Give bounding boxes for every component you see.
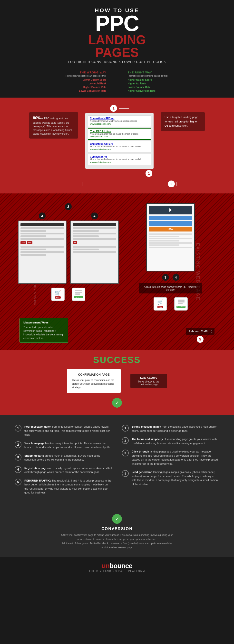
check-circle: ✓ (112, 398, 122, 408)
ad-competitor-2-title: Competitor Ad (90, 156, 149, 158)
right-text-4: Lead generation landing pages swap a giv… (132, 470, 219, 486)
ad-competitor-ppc-title: Competitor's PPC Ad (90, 117, 149, 120)
rebound-area: Rebound Traffic :( 5 (186, 328, 215, 343)
right-text-3: Click-through landing pages are used to … (132, 450, 219, 466)
landing-page-mockup: CTA (146, 203, 195, 272)
ad-competitor-ppc-desc: Rebound traffic will visit your competit… (90, 120, 149, 123)
bottom-left-2: 2 Your homepage has too many interaction… (15, 441, 112, 449)
bottom-middle-row: Measurement Woes Your website presents i… (0, 316, 234, 343)
ppc-percent: 80% (33, 116, 41, 120)
bottom-right-2: 2 The focus and simplicity of your landi… (122, 437, 219, 445)
cart-icon-wrong: 🛒 BUY (51, 288, 65, 301)
header-pages: PAGES (5, 46, 229, 59)
wrong-step-3: 3 (39, 212, 46, 219)
wrong-right-section: THE WRONG WAY Homepage/registration/cart… (0, 68, 234, 98)
cart-symbol: 🛒 (55, 290, 61, 296)
bottom-right-1: 1 Strong message match from the landing … (122, 425, 219, 433)
left-info-box: 80% of PPC traffic goes to an existing w… (29, 112, 78, 138)
ad-your-ppc-title: Your PPC Ad Here (90, 130, 149, 133)
bottom-section: 1 Poor message match from unfocused or c… (0, 415, 234, 509)
cart-symbol-right: 🛒 (157, 299, 163, 305)
ad-your-ppc: Your PPC Ad Here You are paying for this… (88, 128, 151, 140)
lp-input-1 (149, 216, 192, 220)
search-area: 1 Competitor's PPC Ad Rebound traffic wi… (85, 105, 154, 177)
conversion-icons-wrong: 🛒 BUY SIGN UP (51, 288, 85, 301)
measurement-box: Measurement Woes Your website presents i… (19, 318, 68, 343)
wrong-item-3: Higher Bounce Rate (10, 86, 106, 89)
left-text-3: Shopping carts are too much of a hard se… (24, 454, 112, 462)
svg-rect-4 (178, 301, 185, 302)
left-num-3: 3 (15, 454, 21, 460)
success-title: SUCCESS (0, 355, 234, 365)
svg-rect-0 (75, 290, 82, 291)
svg-rect-3 (178, 300, 185, 301)
header-subtitle: FOR HIGHER CONVERSIONS & LOWER COST-PER-… (5, 60, 229, 64)
svg-rect-2 (75, 294, 80, 295)
lp-line-5 (149, 242, 192, 244)
form-symbol-right (178, 300, 185, 305)
cart-icon-right: 🛒 BUY (154, 297, 167, 310)
left-text-2: Your homepage has too many interaction p… (24, 441, 112, 449)
left-num-4: 4 (15, 466, 21, 473)
conversion-line-3: Ask them to follow you on Twitter/Facebo… (61, 542, 173, 545)
confirmation-title: CONFIRMATION PAGE (72, 372, 116, 377)
right-item-2: Higher Ad Rank (128, 82, 224, 86)
right-item-3: Lower Bounce Rate (128, 86, 224, 89)
lead-capture-title: Lead Capture (134, 376, 163, 379)
rebound-label: Rebound Traffic :( (189, 330, 212, 333)
conversion-line-4: or visit another relevant page. (101, 546, 133, 549)
ad-competitor-2: Competitor Ad This is the paid ad conten… (88, 154, 151, 165)
rebound-number: 5 (197, 336, 204, 343)
click-through-info: A click-through page warms visitors up -… (139, 283, 202, 294)
right-box-text: Use a targeted landing page for each ad … (165, 115, 201, 128)
form-symbol (75, 290, 82, 296)
ad-competitor-2-desc: This is the paid ad content to seduce th… (90, 158, 149, 161)
signup-button: SIGN UP (74, 296, 83, 298)
confirmation-text: This is your point of conversion and the… (72, 378, 116, 389)
bottom-left-5: 5 REBOUND TRAFFIC: The result of 2, 3 an… (15, 478, 112, 495)
wrong-flow: 2 3 ●●● ●●● (22, 203, 115, 301)
right-info-box: Use a targeted landing page for each ad … (161, 112, 205, 131)
lp-input-2 (149, 221, 192, 226)
right-item-4: Higher Conversion Rate (128, 89, 224, 93)
measurement-text: Your website presents infinite conversio… (23, 326, 64, 340)
rebound-box: Rebound Traffic :( (186, 328, 215, 335)
brand-bounce: bounce (109, 562, 132, 570)
left-text-5: REBOUND TRAFFIC: The result of 2, 3 and … (24, 478, 112, 495)
lead-capture-text: Move directly to the confirmation page. (134, 380, 163, 386)
conversion-line-2: new customer to immerse themselves deepe… (77, 538, 157, 540)
lp-line-2 (149, 236, 179, 237)
left-num-5: 5 (15, 478, 21, 486)
conversion-line-1: Utilize your confirmation page to extend… (61, 534, 173, 536)
check-mark-area: ✓ (0, 398, 234, 408)
middle-section: EXISTING WEB PAGE WRONG DIRECTION FOR PP… (0, 194, 234, 350)
buy-button-right: BUY (158, 306, 163, 308)
left-num-1: 1 (15, 425, 21, 432)
play-icon (169, 208, 172, 212)
footer: unbounce THE DIY LANDING PAGE PLATFORM (0, 557, 234, 578)
right-way: THE RIGHT WAY Promotion specific landing… (128, 71, 224, 93)
header-ppc: PPC (5, 14, 229, 34)
right-item-1: Higher Quality Score (128, 78, 224, 82)
form-icon-wrong: SIGN UP (72, 288, 85, 301)
right-way-subtitle: Promotion specific landing pages do this… (128, 75, 224, 77)
confirmation-area: CONFIRMATION PAGE This is your point of … (67, 369, 121, 393)
lead-capture-box: Lead Capture Move directly to the confir… (130, 374, 167, 388)
right-num-1: 1 (122, 425, 129, 432)
webpage-mockup-left: ●●● ●●● (18, 220, 66, 284)
right-num-2: 2 (122, 437, 129, 444)
ad-your-ppc-desc: You are paying for this ad make the most… (90, 133, 149, 136)
ad-competitor-1-url: www.websitelink.com (90, 148, 149, 151)
step-number-1-left: 1 (110, 105, 117, 112)
ad-competitor-1-desc: This is the paid ad content to seduce th… (90, 146, 149, 148)
signup-button-right: SIGN UP (177, 306, 186, 308)
ad-competitor-1-title: Competitor Ad Here (90, 143, 149, 146)
wrong-way: THE WRONG WAY Homepage/registration/cart… (10, 71, 106, 93)
wrong-item-1: Lower Quality Score (10, 78, 106, 82)
website-mockups: 3 ●●● ●●● (18, 212, 119, 284)
success-section: SUCCESS CONFIRMATION PAGE This is your p… (0, 350, 234, 415)
ppc-area: 80% of PPC traffic goes to an existing w… (0, 102, 234, 179)
footer-tagline: THE DIY LANDING PAGE PLATFORM (5, 570, 229, 572)
search-box: Competitor's PPC Ad Rebound traffic will… (85, 113, 154, 169)
brand-name: unbounce (5, 562, 229, 570)
